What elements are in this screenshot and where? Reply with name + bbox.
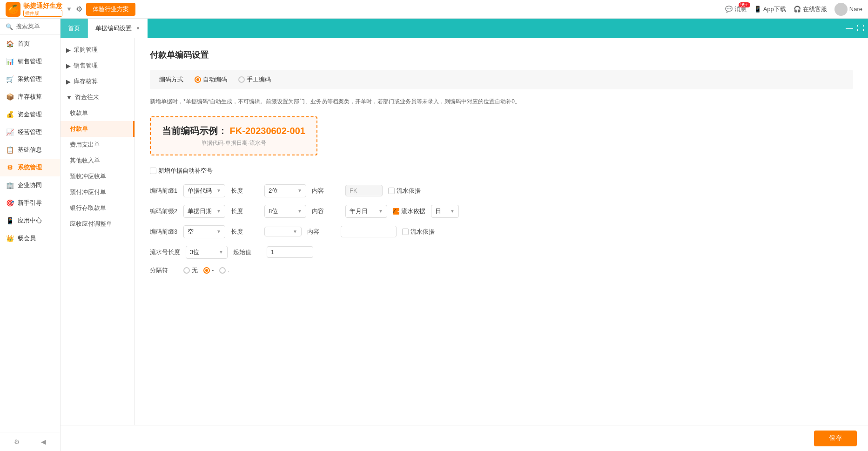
bank-label: 银行存取款单 xyxy=(70,204,106,211)
online-service-item[interactable]: 🎧 在线客服 xyxy=(794,5,827,13)
tab-active[interactable]: 单据编码设置 × xyxy=(88,19,148,38)
sub-menu-item-pre-receipt[interactable]: 预收冲应收单 xyxy=(61,168,135,184)
serial-length-select[interactable]: 3位 ▼ xyxy=(186,246,228,259)
app-icon: 📱 xyxy=(754,6,761,13)
sidebar-item-purchase[interactable]: 🛒 采购管理 xyxy=(0,70,60,88)
tab-bar: 首页 单据编码设置 × — ⛶ xyxy=(61,19,868,38)
top-bar-mid: ▼ ⚙ xyxy=(66,5,82,13)
save-button[interactable]: 保存 xyxy=(814,431,857,446)
auto-fill-row: 新增单据自动补空号 xyxy=(150,167,853,175)
online-service-label: 在线客服 xyxy=(803,5,827,13)
sep-dash-label: - xyxy=(212,267,214,274)
sidebar-settings-btn[interactable]: ⚙ xyxy=(12,436,22,447)
inventory-arrow: ▶ xyxy=(66,78,71,85)
sidebar-collapse-btn[interactable]: ◀ xyxy=(39,436,48,447)
app-download-item[interactable]: 📱 App下载 xyxy=(754,5,786,13)
sidebar-item-system[interactable]: ⚙ 系统管理 xyxy=(0,159,60,176)
prefix3-serial-label: 流水依据 xyxy=(410,228,435,236)
prefix3-select[interactable]: 空 ▼ xyxy=(183,225,225,238)
prefix3-serial-check[interactable]: 流水依据 xyxy=(402,228,435,236)
prefix1-serial-check[interactable]: 流水依据 xyxy=(388,187,421,195)
sidebar-label-home: 首页 xyxy=(18,40,30,48)
tab-controls: — ⛶ xyxy=(842,24,868,33)
tab-minimize-btn[interactable]: — xyxy=(846,24,853,33)
user-name: Nare xyxy=(849,6,862,13)
prefix1-serial-label: 流水依据 xyxy=(397,187,421,195)
prefix3-length-select[interactable]: ▼ xyxy=(264,227,302,236)
auto-code-radio[interactable]: 自动编码 xyxy=(195,75,227,84)
prefix3-content-input[interactable] xyxy=(341,226,397,237)
sub-menu-item-bank[interactable]: 银行存取款单 xyxy=(61,200,135,216)
prefix2-period-select[interactable]: 日 ▼ xyxy=(431,205,459,218)
tab-close-icon[interactable]: × xyxy=(136,25,140,32)
bottom-bar: 保存 xyxy=(61,425,868,451)
prefix2-serial-checkbox-box: ✓ xyxy=(393,208,399,215)
sub-menu-inventory-header[interactable]: ▶ 库存核算 xyxy=(61,74,135,89)
sep-dash-radio[interactable]: - xyxy=(203,267,214,274)
sidebar-item-basic[interactable]: 📋 基础信息 xyxy=(0,141,60,159)
sidebar-item-apps[interactable]: 📱 应用中心 xyxy=(0,212,60,229)
prefix2-serial-check[interactable]: ✓ 流水依据 xyxy=(393,207,425,215)
experience-button[interactable]: 体验行业方案 xyxy=(86,3,135,16)
sub-menu-item-adjustment[interactable]: 应收应付调整单 xyxy=(61,216,135,232)
message-item[interactable]: 💬 消息 99+ xyxy=(725,5,747,13)
serial-length-value: 3位 xyxy=(190,248,199,256)
member-icon: 👑 xyxy=(6,234,14,242)
prefix1-row: 编码前缀1 单据代码 ▼ 长度 2位 ▼ 内容 流水依据 xyxy=(150,184,853,197)
sidebar-item-sales[interactable]: 📊 销售管理 xyxy=(0,53,60,70)
sub-menu-item-expense[interactable]: 费用支出单 xyxy=(61,137,135,153)
prefix2-content-select[interactable]: 年月日 ▼ xyxy=(345,205,387,218)
apps-icon: 📱 xyxy=(6,216,14,225)
coding-mode-label: 编码方式 xyxy=(159,75,183,84)
prefix1-select[interactable]: 单据代码 ▼ xyxy=(183,184,225,197)
sub-menu-capital-header[interactable]: ▼ 资金往来 xyxy=(61,89,135,105)
prefix3-length-label: 长度 xyxy=(231,228,259,236)
settings-icon[interactable]: ⚙ xyxy=(76,5,82,13)
auto-fill-checkbox[interactable]: 新增单据自动补空号 xyxy=(150,167,213,175)
prefix1-content-input[interactable] xyxy=(345,185,383,196)
sidebar-search[interactable]: 🔍 搜索菜单 xyxy=(0,19,60,35)
prefix2-length-select[interactable]: 8位 ▼ xyxy=(264,205,306,218)
sub-menu-purchase-label: 采购管理 xyxy=(74,46,98,54)
manual-code-radio[interactable]: 手工编码 xyxy=(238,75,271,84)
sep-dot-radio[interactable]: . xyxy=(219,267,229,274)
prefix2-content-label: 内容 xyxy=(312,207,340,215)
app-download-label: App下载 xyxy=(763,5,786,13)
basic-icon: 📋 xyxy=(6,146,14,154)
purchase-arrow: ▶ xyxy=(66,47,71,54)
sub-menu-item-pre-payment[interactable]: 预付冲应付单 xyxy=(61,184,135,200)
start-value-input[interactable] xyxy=(267,246,313,258)
nav-arrow[interactable]: ▼ xyxy=(66,6,72,13)
prefix2-row: 编码前缀2 单据日期 ▼ 长度 8位 ▼ 内容 年月日 ▼ xyxy=(150,205,853,218)
sidebar-label-sales: 销售管理 xyxy=(18,57,42,66)
sep-dot-label: . xyxy=(228,267,229,274)
sidebar-label-operation: 经营管理 xyxy=(18,128,42,136)
prefix2-select[interactable]: 单据日期 ▼ xyxy=(183,205,225,218)
sales-icon: 📊 xyxy=(6,57,14,66)
sidebar-item-member[interactable]: 👑 畅会员 xyxy=(0,229,60,247)
sidebar-item-inventory[interactable]: 📦 库存核算 xyxy=(0,88,60,106)
tab-expand-btn[interactable]: ⛶ xyxy=(857,24,864,33)
sub-menu-sales-header[interactable]: ▶ 销售管理 xyxy=(61,58,135,74)
user-item[interactable]: Nare xyxy=(834,3,862,16)
sub-menu-item-payment[interactable]: 付款单 xyxy=(61,121,135,137)
form-title: 付款单编码设置 xyxy=(150,49,853,61)
prefix3-row: 编码前缀3 空 ▼ 长度 ▼ 内容 流水依据 xyxy=(150,225,853,238)
sidebar-item-guide[interactable]: 🎯 新手引导 xyxy=(0,194,60,212)
guide-icon: 🎯 xyxy=(6,199,14,207)
sidebar-item-operation[interactable]: 📈 经营管理 xyxy=(0,123,60,141)
adjustment-label: 应收应付调整单 xyxy=(70,220,112,227)
sidebar-item-finance[interactable]: 💰 资金管理 xyxy=(0,106,60,123)
sub-menu-capital-label: 资金往来 xyxy=(75,93,99,101)
prefix1-length-select[interactable]: 2位 ▼ xyxy=(264,184,306,197)
sidebar-item-home[interactable]: 🏠 首页 xyxy=(0,35,60,53)
sub-menu-item-receipt[interactable]: 收款单 xyxy=(61,105,135,121)
serial-length-arrow: ▼ xyxy=(219,249,223,255)
tab-home[interactable]: 首页 xyxy=(61,19,88,38)
sidebar-item-enterprise[interactable]: 🏢 企业协同 xyxy=(0,176,60,194)
sep-none-radio[interactable]: 无 xyxy=(183,266,198,275)
sidebar-label-member: 畅会员 xyxy=(18,234,36,242)
sub-menu-item-other-income[interactable]: 其他收入单 xyxy=(61,153,135,168)
sub-menu-purchase-header[interactable]: ▶ 采购管理 xyxy=(61,42,135,58)
serial-row: 流水号长度 3位 ▼ 起始值 xyxy=(150,246,853,259)
